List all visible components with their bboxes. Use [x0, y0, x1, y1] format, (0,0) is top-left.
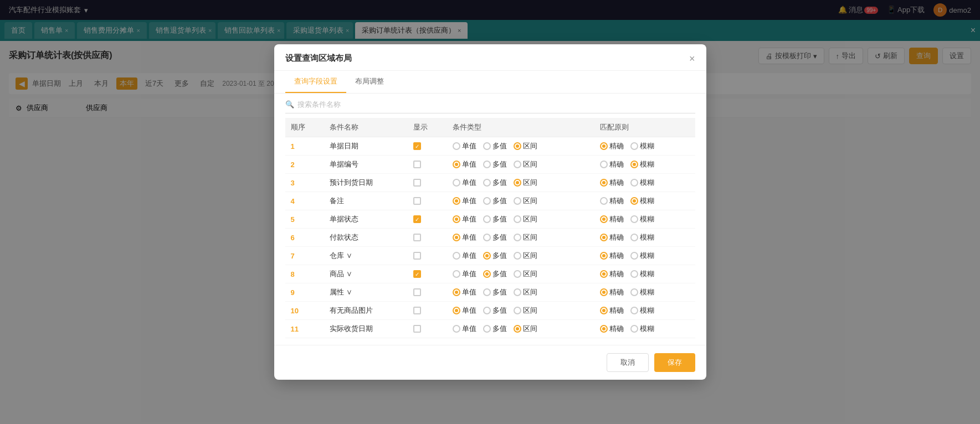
- table-row: 8商品 ∨✓单值多值区间精确模糊: [285, 265, 695, 283]
- row-type-多值-6[interactable]: 多值: [483, 251, 507, 261]
- row-match-精确-10[interactable]: 精确: [600, 324, 624, 334]
- row-match-精确-0[interactable]: 精确: [600, 141, 624, 151]
- row-match-精确-7[interactable]: 精确: [600, 269, 624, 279]
- row-type-单值-2[interactable]: 单值: [453, 178, 476, 188]
- row-name-2: 预计到货日期: [324, 174, 408, 192]
- row-type-区间-6[interactable]: 区间: [514, 251, 537, 261]
- row-type-区间-0[interactable]: 区间: [514, 141, 537, 151]
- row-show-checkbox-10[interactable]: [413, 325, 421, 333]
- row-type-区间-9[interactable]: 区间: [514, 306, 537, 316]
- row-type-单值-5[interactable]: 单值: [453, 232, 476, 242]
- row-name-6: 仓库 ∨: [324, 247, 408, 265]
- dialog-close-button[interactable]: ×: [689, 54, 695, 64]
- row-match-模糊-6[interactable]: 模糊: [630, 251, 654, 261]
- row-match-模糊-5[interactable]: 模糊: [630, 232, 654, 242]
- dialog-tab-layout[interactable]: 布局调整: [346, 71, 393, 93]
- dialog: 设置查询区域布局 × 查询字段设置 布局调整 🔍 顺序: [274, 44, 706, 380]
- row-order-0: 1: [291, 142, 295, 151]
- row-match-模糊-4[interactable]: 模糊: [630, 214, 654, 224]
- row-order-2: 3: [291, 179, 295, 187]
- row-match-精确-9[interactable]: 精确: [600, 306, 624, 316]
- row-type-单值-3[interactable]: 单值: [453, 196, 476, 206]
- th-name: 条件名称: [324, 118, 408, 137]
- dialog-header: 设置查询区域布局 ×: [274, 44, 706, 71]
- row-order-7: 8: [291, 270, 295, 278]
- row-show-checkbox-7[interactable]: ✓: [413, 270, 421, 278]
- row-match-精确-8[interactable]: 精确: [600, 287, 624, 297]
- row-match-精确-3[interactable]: 精确: [600, 196, 624, 206]
- row-match-精确-6[interactable]: 精确: [600, 251, 624, 261]
- row-type-多值-3[interactable]: 多值: [483, 196, 507, 206]
- row-show-checkbox-4[interactable]: ✓: [413, 215, 421, 223]
- row-show-checkbox-6[interactable]: [413, 252, 421, 260]
- row-show-checkbox-5[interactable]: [413, 234, 421, 241]
- row-order-9: 10: [291, 307, 299, 315]
- table-row: 6付款状态单值多值区间精确模糊: [285, 229, 695, 247]
- row-type-多值-1[interactable]: 多值: [483, 159, 507, 169]
- row-type-多值-8[interactable]: 多值: [483, 287, 507, 297]
- row-type-区间-4[interactable]: 区间: [514, 214, 537, 224]
- row-type-单值-7[interactable]: 单值: [453, 269, 476, 279]
- row-show-checkbox-2[interactable]: [413, 179, 421, 187]
- row-match-精确-4[interactable]: 精确: [600, 214, 624, 224]
- row-match-精确-2[interactable]: 精确: [600, 178, 624, 188]
- row-order-6: 7: [291, 252, 295, 260]
- dialog-title: 设置查询区域布局: [285, 53, 352, 64]
- row-match-模糊-10[interactable]: 模糊: [630, 324, 654, 334]
- row-type-区间-2[interactable]: 区间: [514, 178, 537, 188]
- table-row: 10有无商品图片单值多值区间精确模糊: [285, 302, 695, 320]
- row-match-模糊-9[interactable]: 模糊: [630, 306, 654, 316]
- table-row: 2单据编号单值多值区间精确模糊: [285, 156, 695, 174]
- row-match-模糊-0[interactable]: 模糊: [630, 141, 654, 151]
- row-type-多值-10[interactable]: 多值: [483, 324, 507, 334]
- row-match-模糊-8[interactable]: 模糊: [630, 287, 654, 297]
- row-type-多值-7[interactable]: 多值: [483, 269, 507, 279]
- row-match-模糊-3[interactable]: 模糊: [630, 196, 654, 206]
- row-type-单值-10[interactable]: 单值: [453, 324, 476, 334]
- row-type-单值-8[interactable]: 单值: [453, 287, 476, 297]
- row-type-单值-9[interactable]: 单值: [453, 306, 476, 316]
- th-type: 条件类型: [447, 118, 594, 137]
- row-show-checkbox-8[interactable]: [413, 288, 421, 296]
- row-match-模糊-2[interactable]: 模糊: [630, 178, 654, 188]
- row-type-区间-5[interactable]: 区间: [514, 232, 537, 242]
- row-type-单值-0[interactable]: 单值: [453, 141, 476, 151]
- table-row: 11实际收货日期单值多值区间精确模糊: [285, 320, 695, 338]
- row-match-模糊-1[interactable]: 模糊: [630, 159, 654, 169]
- dialog-tabs: 查询字段设置 布局调整: [274, 71, 706, 94]
- row-type-单值-6[interactable]: 单值: [453, 251, 476, 261]
- row-type-区间-1[interactable]: 区间: [514, 159, 537, 169]
- table-with-scroll: 顺序 条件名称 显示 条件类型 匹配原则 1单据日期✓单值多值区间精确模糊2单据…: [285, 118, 695, 338]
- row-type-区间-8[interactable]: 区间: [514, 287, 537, 297]
- row-name-4: 单据状态: [324, 210, 408, 229]
- row-type-区间-3[interactable]: 区间: [514, 196, 537, 206]
- cancel-button[interactable]: 取消: [607, 353, 649, 372]
- dialog-tab-fields[interactable]: 查询字段设置: [285, 71, 346, 93]
- row-show-checkbox-9[interactable]: [413, 307, 421, 314]
- row-match-精确-1[interactable]: 精确: [600, 159, 624, 169]
- row-type-多值-2[interactable]: 多值: [483, 178, 507, 188]
- row-name-0: 单据日期: [324, 137, 408, 156]
- row-type-多值-9[interactable]: 多值: [483, 306, 507, 316]
- row-name-1: 单据编号: [324, 156, 408, 174]
- row-match-模糊-7[interactable]: 模糊: [630, 269, 654, 279]
- row-match-精确-5[interactable]: 精确: [600, 232, 624, 242]
- row-order-8: 9: [291, 288, 295, 297]
- row-type-多值-0[interactable]: 多值: [483, 141, 507, 151]
- row-show-checkbox-0[interactable]: ✓: [413, 142, 421, 150]
- row-type-单值-4[interactable]: 单值: [453, 214, 476, 224]
- row-name-7: 商品 ∨: [324, 265, 408, 283]
- search-icon: 🔍: [285, 100, 294, 108]
- row-type-多值-5[interactable]: 多值: [483, 232, 507, 242]
- table-row: 4备注单值多值区间精确模糊: [285, 192, 695, 210]
- row-type-区间-10[interactable]: 区间: [514, 324, 537, 334]
- row-type-区间-7[interactable]: 区间: [514, 269, 537, 279]
- search-input[interactable]: [297, 100, 408, 108]
- row-show-checkbox-3[interactable]: [413, 197, 421, 205]
- row-order-1: 2: [291, 161, 295, 169]
- row-type-单值-1[interactable]: 单值: [453, 159, 476, 169]
- save-button[interactable]: 保存: [654, 353, 695, 372]
- dialog-search: 🔍: [285, 100, 695, 113]
- row-type-多值-4[interactable]: 多值: [483, 214, 507, 224]
- row-show-checkbox-1[interactable]: [413, 161, 421, 168]
